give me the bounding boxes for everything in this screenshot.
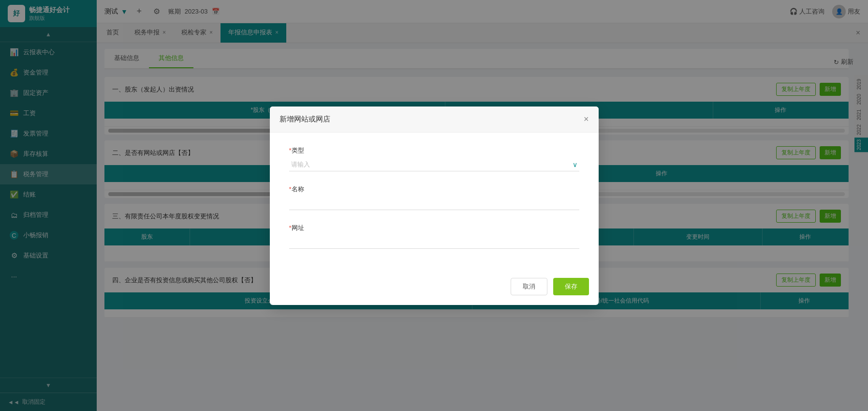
required-star-name: * [289,185,292,193]
modal-close-button[interactable]: × [584,114,589,124]
modal-add-website: 新增网站或网店 × *类型 ∨ *名称 [270,107,599,305]
form-row-type: *类型 ∨ [289,146,579,171]
cancel-button[interactable]: 取消 [511,278,547,295]
save-button[interactable]: 保存 [553,278,589,295]
modal-overlay[interactable]: 新增网站或网店 × *类型 ∨ *名称 [0,0,868,411]
modal-footer: 取消 保存 [270,272,599,305]
form-row-name: *名称 [289,185,579,210]
type-select-wrapper: ∨ [289,158,579,171]
form-row-url: *网址 [289,224,579,249]
required-star-type: * [289,147,292,154]
type-input[interactable] [289,158,579,171]
url-label: *网址 [289,224,579,232]
type-label: *类型 [289,146,579,155]
modal-body: *类型 ∨ *名称 *网址 [270,133,599,272]
modal-title: 新增网站或网店 [280,115,330,124]
modal-header: 新增网站或网店 × [270,107,599,133]
url-input[interactable] [289,235,579,249]
name-input[interactable] [289,197,579,210]
name-label: *名称 [289,185,579,194]
required-star-url: * [289,224,292,231]
